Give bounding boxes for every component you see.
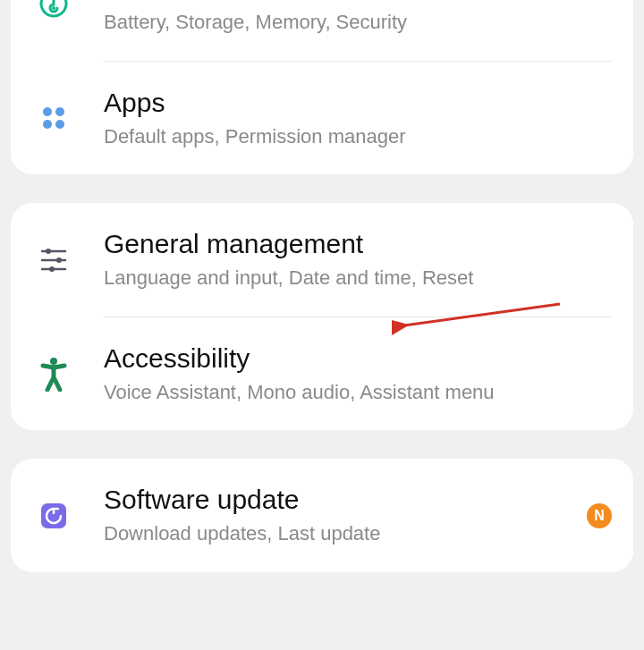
settings-item-text: Device care Battery, Storage, Memory, Se… (104, 0, 612, 36)
svg-point-1 (52, 6, 55, 10)
svg-point-2 (43, 107, 52, 116)
settings-item-text: General management Language and input, D… (104, 228, 612, 291)
accessibility-icon (29, 356, 79, 392)
settings-item-subtitle: Voice Assistant, Mono audio, Assistant m… (104, 380, 612, 406)
settings-item-general-management[interactable]: General management Language and input, D… (11, 203, 633, 317)
settings-item-subtitle: Download updates, Last update (104, 521, 562, 547)
svg-point-3 (55, 107, 64, 116)
settings-item-text: Apps Default apps, Permission manager (104, 87, 612, 150)
settings-group-1: Device care Battery, Storage, Memory, Se… (11, 0, 633, 174)
update-icon (29, 502, 79, 530)
settings-item-title: General management (104, 228, 612, 260)
settings-item-software-update[interactable]: Software update Download updates, Last u… (11, 459, 633, 572)
settings-item-apps[interactable]: Apps Default apps, Permission manager (11, 62, 633, 175)
svg-point-5 (55, 120, 64, 129)
settings-item-device-care[interactable]: Device care Battery, Storage, Memory, Se… (11, 0, 633, 61)
svg-point-9 (56, 257, 62, 263)
settings-item-subtitle: Language and input, Date and time, Reset (104, 266, 612, 291)
settings-item-subtitle: Default apps, Permission manager (104, 124, 612, 150)
settings-item-text: Software update Download updates, Last u… (104, 484, 562, 547)
svg-point-7 (46, 249, 51, 254)
settings-item-text: Accessibility Voice Assistant, Mono audi… (104, 342, 612, 406)
device-care-icon (29, 0, 79, 21)
sliders-icon (29, 244, 79, 274)
svg-point-11 (49, 266, 55, 272)
settings-group-3: Software update Download updates, Last u… (11, 459, 633, 572)
svg-point-4 (43, 120, 52, 129)
notification-badge: N (587, 503, 612, 528)
settings-group-2: General management Language and input, D… (11, 203, 633, 430)
settings-item-title: Accessibility (104, 342, 612, 375)
settings-item-title: Apps (104, 87, 612, 119)
apps-icon (29, 104, 79, 132)
settings-item-accessibility[interactable]: Accessibility Voice Assistant, Mono audi… (11, 317, 633, 431)
settings-item-title: Device care (104, 0, 612, 4)
svg-point-12 (50, 358, 57, 365)
svg-rect-14 (41, 503, 66, 528)
settings-item-subtitle: Battery, Storage, Memory, Security (104, 10, 612, 36)
settings-item-title: Software update (104, 484, 562, 516)
